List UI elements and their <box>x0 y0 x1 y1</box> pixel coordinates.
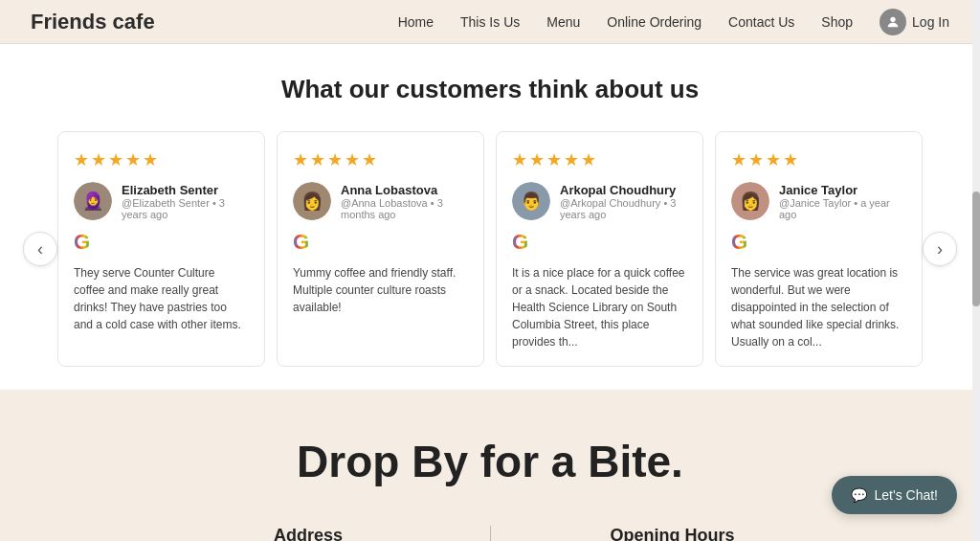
reviewer-info-4: 👩 Janice Taylor @Janice Taylor • a year … <box>731 182 906 220</box>
nav-contact-us[interactable]: Contact Us <box>728 14 794 30</box>
scrollbar[interactable] <box>972 0 980 541</box>
stars-2: ★★★★★ <box>293 149 468 170</box>
google-logo-4: G <box>731 230 906 255</box>
dropby-section: Drop By for a Bite. Address 500 Terry Fr… <box>0 390 980 541</box>
reviewer-handle-4: @Janice Taylor • a year ago <box>779 197 906 220</box>
nav-this-is-us[interactable]: This Is Us <box>460 14 520 30</box>
reviewer-handle-1: @Elizabeth Senter • 3 years ago <box>122 197 249 220</box>
nav-online-ordering[interactable]: Online Ordering <box>607 14 702 30</box>
review-card-3: ★★★★★ 👨 Arkopal Choudhury @Arkopal Choud… <box>496 131 703 367</box>
google-logo-3: G <box>512 230 687 255</box>
chat-label: Let's Chat! <box>875 487 939 503</box>
review-card-4: ★★★★ 👩 Janice Taylor @Janice Taylor • a … <box>715 131 923 367</box>
main-nav: Home This Is Us Menu Online Ordering Con… <box>398 9 949 35</box>
reviewer-info-1: 🧕 Elizabeth Senter @Elizabeth Senter • 3… <box>74 182 249 220</box>
reviewer-details-2: Anna Lobastova @Anna Lobastova • 3 month… <box>341 183 468 220</box>
avatar-2: 👩 <box>293 182 331 220</box>
logo-suffix: cafe <box>106 10 154 34</box>
chat-button[interactable]: 💬 Let's Chat! <box>832 476 958 514</box>
reviewer-details-4: Janice Taylor @Janice Taylor • a year ag… <box>779 183 906 220</box>
nav-shop[interactable]: Shop <box>821 14 853 30</box>
review-card-1: ★★★★★ 🧕 Elizabeth Senter @Elizabeth Sent… <box>57 131 265 367</box>
review-text-1: They serve Counter Culture coffee and ma… <box>74 264 249 333</box>
avatar-1: 🧕 <box>74 182 112 220</box>
nav-menu[interactable]: Menu <box>546 14 580 30</box>
dropby-title: Drop By for a Bite. <box>31 436 949 487</box>
stars-3: ★★★★★ <box>512 149 687 170</box>
reviews-title: What our customers think about us <box>23 75 957 104</box>
reviewer-info-2: 👩 Anna Lobastova @Anna Lobastova • 3 mon… <box>293 182 468 220</box>
logo: Friends cafe <box>31 10 155 34</box>
reviews-grid: ★★★★★ 🧕 Elizabeth Senter @Elizabeth Sent… <box>57 131 923 367</box>
reviewer-name-1: Elizabeth Senter <box>122 183 249 197</box>
logo-brand: Friends <box>31 10 106 34</box>
hours-column: Opening Hours Mon - Fri: 9am - 6pm Satur… <box>490 526 854 541</box>
avatar-4: 👩 <box>731 182 769 220</box>
avatar-3: 👨 <box>512 182 550 220</box>
reviews-carousel: ‹ ★★★★★ 🧕 Elizabeth Senter @Elizabeth Se… <box>23 131 957 367</box>
reviewer-handle-3: @Arkopal Choudhury • 3 years ago <box>560 197 687 220</box>
chat-icon: 💬 <box>851 487 867 503</box>
stars-1: ★★★★★ <box>74 149 249 170</box>
carousel-next-button[interactable]: › <box>923 232 957 266</box>
login-button[interactable]: Log In <box>880 9 949 35</box>
reviewer-details-3: Arkopal Choudhury @Arkopal Choudhury • 3… <box>560 183 687 220</box>
address-column: Address 500 Terry Francois St. San Franc… <box>126 526 490 541</box>
info-columns: Address 500 Terry Francois St. San Franc… <box>31 526 949 541</box>
review-text-3: It is a nice place for a quick coffee or… <box>512 264 687 350</box>
reviewer-info-3: 👨 Arkopal Choudhury @Arkopal Choudhury •… <box>512 182 687 220</box>
nav-home[interactable]: Home <box>398 14 434 30</box>
reviews-section: What our customers think about us ‹ ★★★★… <box>0 44 980 390</box>
hours-title: Opening Hours <box>522 526 823 541</box>
avatar-circle-1: 🧕 <box>74 182 112 220</box>
carousel-prev-button[interactable]: ‹ <box>23 232 57 266</box>
avatar-circle-2: 👩 <box>293 182 331 220</box>
google-logo-1: G <box>74 230 249 255</box>
reviewer-handle-2: @Anna Lobastova • 3 months ago <box>341 197 468 220</box>
review-text-4: The service was great location is wonder… <box>731 264 906 350</box>
review-text-2: Yummy coffee and friendly staff. Multipl… <box>293 264 468 316</box>
reviewer-name-3: Arkopal Choudhury <box>560 183 687 197</box>
scrollbar-thumb <box>972 192 980 306</box>
reviewer-name-2: Anna Lobastova <box>341 183 468 197</box>
reviewer-details-1: Elizabeth Senter @Elizabeth Senter • 3 y… <box>122 183 249 220</box>
avatar-circle-4: 👩 <box>731 182 769 220</box>
stars-4: ★★★★ <box>731 149 906 170</box>
google-logo-2: G <box>293 230 468 255</box>
review-card-2: ★★★★★ 👩 Anna Lobastova @Anna Lobastova •… <box>277 131 484 367</box>
header: Friends cafe Home This Is Us Menu Online… <box>0 0 980 44</box>
login-label: Log In <box>912 14 949 30</box>
avatar-circle-3: 👨 <box>512 182 550 220</box>
address-title: Address <box>157 526 459 541</box>
user-icon <box>880 9 906 35</box>
svg-point-0 <box>890 16 895 21</box>
reviewer-name-4: Janice Taylor <box>779 183 906 197</box>
